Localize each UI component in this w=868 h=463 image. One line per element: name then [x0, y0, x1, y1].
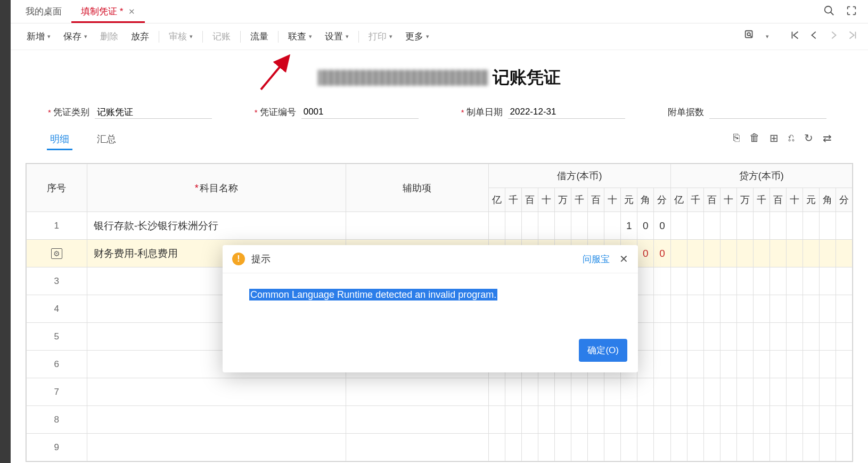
debit-digit[interactable] [604, 434, 621, 461]
debit-digit[interactable] [522, 378, 538, 406]
aux-cell[interactable] [346, 434, 489, 461]
aux-cell[interactable] [346, 212, 489, 240]
credit-digit[interactable] [753, 267, 769, 295]
credit-digit[interactable] [769, 378, 786, 406]
credit-digit[interactable] [670, 351, 687, 378]
credit-digit[interactable] [803, 267, 819, 295]
credit-digit[interactable] [687, 351, 703, 378]
debit-digit[interactable]: 0 [654, 240, 670, 267]
table-row[interactable]: 8 [27, 406, 853, 434]
debit-digit[interactable] [588, 378, 604, 406]
credit-digit[interactable] [703, 434, 720, 461]
credit-digit[interactable] [720, 295, 736, 323]
credit-digit[interactable] [803, 240, 819, 267]
credit-digit[interactable] [769, 240, 786, 267]
debit-digit[interactable] [505, 406, 522, 434]
subject-cell[interactable] [87, 406, 346, 434]
attach-input[interactable] [709, 105, 826, 119]
last-icon[interactable] [847, 29, 858, 44]
credit-digit[interactable] [836, 240, 852, 267]
credit-digit[interactable] [736, 240, 753, 267]
credit-digit[interactable] [720, 351, 736, 378]
tool-icon-1[interactable]: ⎘ [733, 132, 740, 144]
credit-digit[interactable] [769, 295, 786, 323]
credit-digit[interactable] [670, 295, 687, 323]
credit-digit[interactable] [803, 434, 819, 461]
debit-digit[interactable] [571, 406, 588, 434]
credit-digit[interactable] [687, 295, 703, 323]
type-input[interactable] [95, 105, 212, 119]
credit-digit[interactable] [786, 406, 803, 434]
debit-digit[interactable] [538, 406, 555, 434]
dialog-close-icon[interactable]: ✕ [619, 253, 628, 265]
credit-digit[interactable] [670, 323, 687, 351]
credit-digit[interactable] [703, 240, 720, 267]
post-button[interactable]: 记账 [206, 23, 237, 50]
debit-digit[interactable] [621, 378, 637, 406]
credit-digit[interactable] [819, 351, 836, 378]
credit-digit[interactable] [720, 434, 736, 461]
debit-digit[interactable] [621, 434, 637, 461]
table-row[interactable]: 1银行存款-长沙银行株洲分行100 [27, 212, 853, 240]
inspect-caret-icon[interactable]: ▾ [766, 33, 769, 40]
credit-digit[interactable] [753, 212, 769, 240]
tab-detail[interactable]: 明细 [47, 129, 72, 150]
debit-digit[interactable] [505, 378, 522, 406]
debit-digit[interactable] [637, 378, 654, 406]
debit-digit[interactable] [505, 212, 522, 240]
credit-digit[interactable] [819, 323, 836, 351]
debit-digit[interactable] [522, 406, 538, 434]
credit-digit[interactable] [836, 267, 852, 295]
debit-digit[interactable] [604, 406, 621, 434]
print-button[interactable]: 打印▾ [362, 23, 399, 50]
credit-digit[interactable] [803, 295, 819, 323]
credit-digit[interactable] [703, 295, 720, 323]
debit-digit[interactable] [538, 212, 555, 240]
credit-digit[interactable] [753, 351, 769, 378]
debit-digit[interactable] [489, 434, 505, 461]
debit-digit[interactable] [637, 351, 654, 378]
debit-digit[interactable] [637, 406, 654, 434]
credit-digit[interactable] [786, 212, 803, 240]
credit-digit[interactable] [736, 267, 753, 295]
credit-digit[interactable] [687, 267, 703, 295]
credit-digit[interactable] [736, 434, 753, 461]
debit-digit[interactable] [522, 434, 538, 461]
credit-digit[interactable] [720, 323, 736, 351]
debit-digit[interactable] [538, 434, 555, 461]
credit-digit[interactable] [687, 378, 703, 406]
table-row[interactable]: 7 [27, 378, 853, 406]
linkquery-button[interactable]: 联查▾ [282, 23, 318, 50]
credit-digit[interactable] [736, 295, 753, 323]
expand-icon[interactable] [846, 5, 857, 18]
next-icon[interactable] [828, 29, 839, 44]
credit-digit[interactable] [786, 378, 803, 406]
credit-digit[interactable] [786, 267, 803, 295]
tool-icon-5[interactable]: ↻ [804, 132, 813, 144]
credit-digit[interactable] [819, 378, 836, 406]
debit-digit[interactable] [538, 378, 555, 406]
credit-digit[interactable] [819, 295, 836, 323]
credit-digit[interactable] [786, 323, 803, 351]
credit-digit[interactable] [687, 212, 703, 240]
credit-digit[interactable] [720, 240, 736, 267]
date-input[interactable] [508, 105, 625, 119]
credit-digit[interactable] [687, 323, 703, 351]
tool-icon-4[interactable]: ⎌ [788, 132, 795, 144]
credit-digit[interactable] [819, 434, 836, 461]
credit-digit[interactable] [703, 406, 720, 434]
credit-digit[interactable] [786, 351, 803, 378]
credit-digit[interactable] [670, 406, 687, 434]
credit-digit[interactable] [720, 406, 736, 434]
credit-digit[interactable] [819, 406, 836, 434]
debit-digit[interactable] [505, 434, 522, 461]
debit-digit[interactable] [555, 434, 571, 461]
credit-digit[interactable] [786, 240, 803, 267]
debit-digit[interactable] [555, 378, 571, 406]
debit-digit[interactable] [588, 434, 604, 461]
credit-digit[interactable] [803, 406, 819, 434]
debit-digit[interactable] [571, 212, 588, 240]
credit-digit[interactable] [803, 212, 819, 240]
credit-digit[interactable] [803, 323, 819, 351]
credit-digit[interactable] [670, 240, 687, 267]
